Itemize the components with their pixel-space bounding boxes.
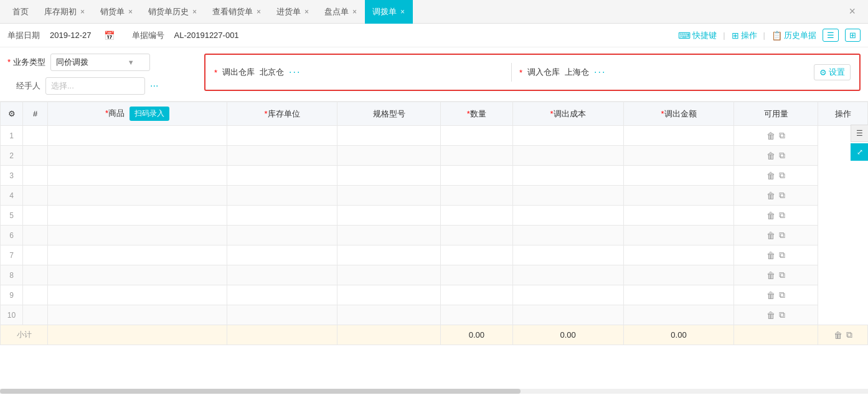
handler-more-icon[interactable]: ··· (150, 80, 158, 92)
row-product-cell[interactable] (23, 186, 48, 206)
row-amount-cell[interactable] (512, 146, 623, 166)
row-qty-cell[interactable] (337, 126, 441, 146)
tab-purchase[interactable]: 进货单 × (269, 0, 317, 24)
row-copy-icon[interactable]: ⧉ (779, 190, 785, 201)
row-unit-cell[interactable] (48, 245, 227, 265)
tab-inventory[interactable]: 盘点单 × (317, 0, 365, 24)
row-spec-cell[interactable] (227, 285, 337, 305)
tab-sales-order[interactable]: 销货单 × (93, 0, 141, 24)
row-cost-cell[interactable] (441, 206, 512, 226)
row-spec-cell[interactable] (227, 126, 337, 146)
row-delete-icon[interactable]: 🗑 (767, 250, 775, 260)
row-copy-icon[interactable]: ⧉ (846, 330, 852, 340)
row-delete-icon[interactable]: 🗑 (767, 131, 775, 141)
row-copy-icon[interactable]: ⧉ (779, 250, 785, 260)
tab-view-sales[interactable]: 查看销货单 × (205, 0, 269, 24)
scan-input-button[interactable]: 扫码录入 (130, 107, 169, 121)
row-qty-cell[interactable] (337, 265, 441, 285)
row-spec-cell[interactable] (227, 265, 337, 285)
row-amount-cell[interactable] (512, 206, 623, 226)
row-spec-cell[interactable] (227, 226, 337, 245)
row-product-cell[interactable] (23, 226, 48, 245)
row-product-cell[interactable] (23, 245, 48, 265)
row-product-cell[interactable] (23, 305, 48, 325)
row-unit-cell[interactable] (48, 186, 227, 206)
col-gear[interactable]: ⚙ (1, 102, 23, 126)
row-unit-cell[interactable] (48, 206, 227, 226)
row-qty-cell[interactable] (337, 146, 441, 166)
row-delete-icon[interactable]: 🗑 (767, 290, 775, 300)
row-copy-icon[interactable]: ⧉ (779, 170, 785, 181)
row-copy-icon[interactable]: ⧉ (779, 290, 785, 300)
tab-transfer[interactable]: 调拨单 × (365, 0, 413, 24)
row-delete-icon[interactable]: 🗑 (767, 191, 775, 201)
row-qty-cell[interactable] (337, 245, 441, 265)
row-cost-cell[interactable] (441, 285, 512, 305)
row-amount-cell[interactable] (512, 126, 623, 146)
row-copy-icon[interactable]: ⧉ (779, 210, 785, 221)
row-product-cell[interactable] (23, 166, 48, 186)
row-copy-icon[interactable]: ⧉ (779, 270, 785, 280)
row-unit-cell[interactable] (48, 226, 227, 245)
row-qty-cell[interactable] (337, 206, 441, 226)
tab-sales-history-close[interactable]: × (192, 7, 197, 16)
row-delete-icon[interactable]: 🗑 (767, 231, 775, 240)
row-spec-cell[interactable] (227, 166, 337, 186)
row-amount-cell[interactable] (512, 265, 623, 285)
row-product-cell[interactable] (23, 265, 48, 285)
row-amount-cell[interactable] (512, 186, 623, 206)
row-delete-icon[interactable]: 🗑 (767, 270, 775, 280)
layout-toggle-2[interactable]: ⊞ (845, 29, 861, 42)
row-copy-icon[interactable]: ⧉ (779, 310, 785, 320)
tab-purchase-close[interactable]: × (304, 7, 309, 16)
row-product-cell[interactable] (23, 146, 48, 166)
operations-button[interactable]: ⊞ 操作 (732, 30, 757, 41)
tab-initial-inventory-close[interactable]: × (80, 7, 85, 16)
row-unit-cell[interactable] (48, 305, 227, 325)
row-spec-cell[interactable] (227, 146, 337, 166)
row-qty-cell[interactable] (337, 305, 441, 325)
row-copy-icon[interactable]: ⧉ (779, 230, 785, 240)
row-cost-cell[interactable] (441, 226, 512, 245)
row-delete-icon[interactable]: 🗑 (834, 330, 842, 340)
row-unit-cell[interactable] (48, 265, 227, 285)
row-qty-cell[interactable] (337, 186, 441, 206)
row-amount-cell[interactable] (512, 305, 623, 325)
row-spec-cell[interactable] (227, 206, 337, 226)
row-amount-cell[interactable] (512, 245, 623, 265)
tab-view-sales-close[interactable]: × (257, 7, 261, 16)
calendar-icon[interactable]: 📅 (104, 31, 115, 40)
row-amount-cell[interactable] (512, 226, 623, 245)
row-unit-cell[interactable] (48, 166, 227, 186)
row-cost-cell[interactable] (441, 245, 512, 265)
row-unit-cell[interactable] (48, 146, 227, 166)
tab-sales-order-close[interactable]: × (128, 7, 133, 16)
row-delete-icon[interactable]: 🗑 (767, 151, 775, 161)
row-qty-cell[interactable] (337, 166, 441, 186)
window-close-button[interactable]: × (841, 5, 863, 18)
side-list-button[interactable]: ☰ (851, 125, 868, 142)
row-cost-cell[interactable] (441, 166, 512, 186)
row-cost-cell[interactable] (441, 126, 512, 146)
row-delete-icon[interactable]: 🗑 (767, 211, 775, 221)
row-qty-cell[interactable] (337, 285, 441, 305)
tab-initial-inventory[interactable]: 库存期初 × (37, 0, 93, 24)
layout-toggle-1[interactable]: ☰ (823, 29, 839, 42)
row-delete-icon[interactable]: 🗑 (767, 310, 775, 320)
row-spec-cell[interactable] (227, 186, 337, 206)
row-cost-cell[interactable] (441, 186, 512, 206)
row-product-cell[interactable] (23, 285, 48, 305)
handler-select[interactable]: 选择... (45, 77, 145, 95)
shortcuts-button[interactable]: ⌨ 快捷键 (678, 30, 717, 41)
row-unit-cell[interactable] (48, 285, 227, 305)
row-copy-icon[interactable]: ⧉ (779, 130, 785, 141)
row-cost-cell[interactable] (441, 265, 512, 285)
setting-button[interactable]: ⚙ 设置 (814, 64, 851, 80)
scrollbar-thumb[interactable] (0, 389, 521, 394)
row-spec-cell[interactable] (227, 305, 337, 325)
horizontal-scrollbar[interactable] (0, 389, 868, 394)
row-cost-cell[interactable] (441, 305, 512, 325)
row-amount-cell[interactable] (512, 166, 623, 186)
tab-transfer-close[interactable]: × (400, 7, 405, 16)
row-spec-cell[interactable] (227, 245, 337, 265)
